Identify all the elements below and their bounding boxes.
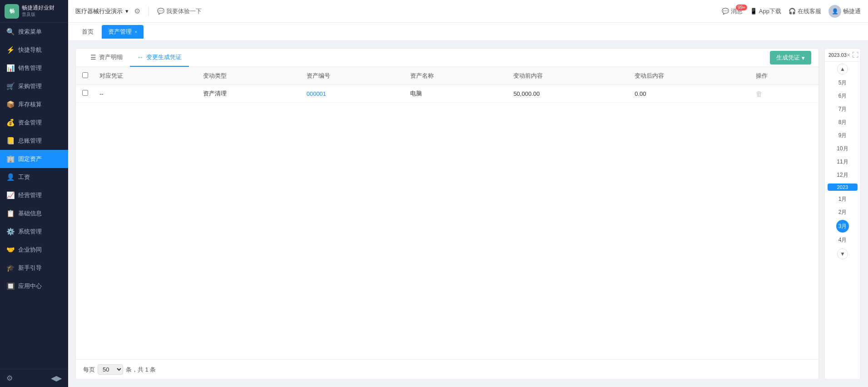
company-name: 医疗器械行业演示 xyxy=(75,7,123,15)
message-icon: 💬 xyxy=(722,8,729,15)
sidebar-item-label-sales: 销售管理 xyxy=(18,64,42,72)
mobile-icon: 📱 xyxy=(750,8,757,15)
tab-assets-management[interactable]: 资产管理 × xyxy=(102,25,144,39)
date-month-item[interactable]: 1月 xyxy=(825,193,860,206)
date-month-item[interactable]: 6月 xyxy=(825,89,860,103)
tab-close-icon[interactable]: × xyxy=(134,29,137,35)
guide-icon: 🎓 xyxy=(6,264,15,272)
sidebar: 畅 畅捷通好业财 普及版 🔍 搜索菜单 ⚡ 快捷导航 📊 销售管理 🛒 采购管理… xyxy=(0,0,68,387)
quicknav-icon: ⚡ xyxy=(6,46,15,54)
cell-voucher-0: -- xyxy=(94,85,198,103)
sidebar-item-purchase[interactable]: 🛒 采购管理 xyxy=(0,77,68,95)
user-name: 畅捷通 xyxy=(843,7,861,15)
col-asset-no: 资产编号 xyxy=(301,67,405,85)
date-month-item[interactable]: 2月 xyxy=(825,206,860,219)
logo-edition: 普及版 xyxy=(22,11,55,18)
date-panel-close-icon[interactable]: × xyxy=(847,51,850,59)
sidebar-item-apps[interactable]: 🔲 应用中心 xyxy=(0,277,68,295)
headset-icon: 🎧 xyxy=(789,8,796,15)
date-month-item[interactable]: 7月 xyxy=(825,103,860,116)
company-selector[interactable]: 医疗器械行业演示 ▾ xyxy=(75,7,129,15)
sidebar-item-ledger[interactable]: 📒 总账管理 xyxy=(0,132,68,150)
settings-icon[interactable]: ⚙ xyxy=(134,7,140,15)
user-menu[interactable]: 👤 畅捷通 xyxy=(828,5,861,18)
date-month-item[interactable]: 5月 xyxy=(825,76,860,89)
app-download-btn[interactable]: 📱 App下载 xyxy=(750,7,781,15)
per-page-select[interactable]: 50 10 20 100 xyxy=(98,364,123,375)
sidebar-item-label-quicknav: 快捷导航 xyxy=(18,46,42,54)
settings-icon[interactable]: ⚙ xyxy=(6,374,13,382)
sidebar-item-assets[interactable]: 🏢 固定资产 xyxy=(0,150,68,168)
purchase-icon: 🛒 xyxy=(6,82,15,90)
main-panel: ☰ 资产明细 ↔ 变更生成凭证 生成凭证 ▾ xyxy=(75,48,819,380)
sidebar-item-label-operations: 经营管理 xyxy=(18,191,42,199)
sidebar-item-basic[interactable]: 📋 基础信息 xyxy=(0,204,68,223)
table-body: -- 资产清理 000001 电脑 50,000.00 0.00 🗑 xyxy=(76,85,818,103)
sidebar-bottom: ⚙ ◀▶ xyxy=(0,369,68,387)
apps-icon: 🔲 xyxy=(6,282,15,290)
home-label: 首页 xyxy=(82,28,94,36)
message-btn[interactable]: 💬 消息 99+ xyxy=(722,7,743,15)
generate-voucher-btn[interactable]: 生成凭证 ▾ xyxy=(770,51,811,64)
sidebar-item-label-ledger: 总账管理 xyxy=(18,137,42,145)
row-checkbox-cell-0[interactable] xyxy=(76,85,94,103)
feedback-icon: 💬 xyxy=(157,8,164,15)
sidebar-item-search[interactable]: 🔍 搜索菜单 xyxy=(0,23,68,41)
sub-tab-voucher-label: 变更生成凭证 xyxy=(146,53,182,61)
year-badge: 2023 xyxy=(828,184,858,191)
app-logo: 畅 畅捷通好业财 普及版 xyxy=(0,0,68,23)
row-checkbox-0[interactable] xyxy=(82,90,88,96)
scroll-up-arrow[interactable]: ▲ xyxy=(837,64,848,74)
sidebar-item-guide[interactable]: 🎓 新手引导 xyxy=(0,259,68,277)
date-month-item[interactable]: 3月 xyxy=(836,220,849,233)
sidebar-nav: 🔍 搜索菜单 ⚡ 快捷导航 📊 销售管理 🛒 采购管理 📦 库存核算 💰 资金管… xyxy=(0,23,68,369)
topbar: 医疗器械行业演示 ▾ ⚙ 💬 我要体验一下 💬 消息 99+ 📱 App下载 🎧… xyxy=(68,0,868,23)
scroll-down-arrow[interactable]: ▼ xyxy=(837,248,848,259)
data-table: 对应凭证 变动类型 资产编号 资产名称 变动前内容 变动后内容 操作 -- xyxy=(76,67,818,103)
delete-icon-0[interactable]: 🗑 xyxy=(756,90,763,98)
per-page-label: 每页 xyxy=(83,366,95,374)
inventory-icon: 📦 xyxy=(6,100,15,109)
assets-icon: 🏢 xyxy=(6,155,15,163)
sales-icon: 📊 xyxy=(6,64,15,72)
message-badge: 99+ xyxy=(736,5,747,10)
date-month-item[interactable]: 11月 xyxy=(825,155,860,169)
date-month-item[interactable]: 8月 xyxy=(825,116,860,129)
date-month-item[interactable]: 10月 xyxy=(825,142,860,155)
tab-active-label: 资产管理 xyxy=(108,28,132,36)
sidebar-item-quicknav[interactable]: ⚡ 快捷导航 xyxy=(0,41,68,59)
sidebar-item-system[interactable]: ⚙️ 系统管理 xyxy=(0,223,68,241)
sidebar-item-label-basic: 基础信息 xyxy=(18,209,42,218)
ledger-icon: 📒 xyxy=(6,137,15,145)
select-all-cell[interactable] xyxy=(76,67,94,85)
sub-tab-asset-detail[interactable]: ☰ 资产明细 xyxy=(83,49,130,67)
col-after: 变动后内容 xyxy=(629,67,750,85)
col-before: 变动前内容 xyxy=(508,67,629,85)
sidebar-item-payroll[interactable]: 👤 工资 xyxy=(0,168,68,186)
enterprise-icon: 🤝 xyxy=(6,246,15,254)
tab-home[interactable]: 首页 xyxy=(75,25,100,39)
basic-icon: 📋 xyxy=(6,209,15,218)
online-service-btn[interactable]: 🎧 在线客服 xyxy=(789,7,821,15)
sidebar-item-sales[interactable]: 📊 销售管理 xyxy=(0,59,68,77)
cell-asset-no-0: 000001 xyxy=(301,85,405,103)
select-all-checkbox[interactable] xyxy=(82,72,88,78)
date-panel-expand-icon[interactable]: ⛶ xyxy=(852,51,858,59)
sidebar-item-inventory[interactable]: 📦 库存核算 xyxy=(0,95,68,114)
cell-op-0[interactable]: 🗑 xyxy=(750,85,818,103)
sidebar-item-finance[interactable]: 💰 资金管理 xyxy=(0,114,68,132)
sidebar-item-label-search: 搜索菜单 xyxy=(18,28,42,36)
sidebar-item-operations[interactable]: 📈 经营管理 xyxy=(0,186,68,204)
dropdown-arrow-icon: ▾ xyxy=(802,55,805,61)
date-month-item[interactable]: 4月 xyxy=(825,233,860,247)
date-month-item[interactable]: 9月 xyxy=(825,129,860,142)
collapse-icon[interactable]: ◀▶ xyxy=(51,374,62,382)
sidebar-item-label-apps: 应用中心 xyxy=(18,282,42,290)
sub-tabs: ☰ 资产明细 ↔ 变更生成凭证 生成凭证 ▾ xyxy=(76,49,818,67)
feedback-btn[interactable]: 💬 我要体验一下 xyxy=(157,7,202,15)
sidebar-item-label-system: 系统管理 xyxy=(18,228,42,236)
date-panel-scroll[interactable]: ▲5月6月7月8月9月10月11月12月20231月2月3月4月▼ xyxy=(825,62,860,379)
date-month-item[interactable]: 12月 xyxy=(825,169,860,182)
sub-tab-generate-voucher[interactable]: ↔ 变更生成凭证 xyxy=(130,49,189,67)
sidebar-item-enterprise[interactable]: 🤝 企业协同 xyxy=(0,241,68,259)
